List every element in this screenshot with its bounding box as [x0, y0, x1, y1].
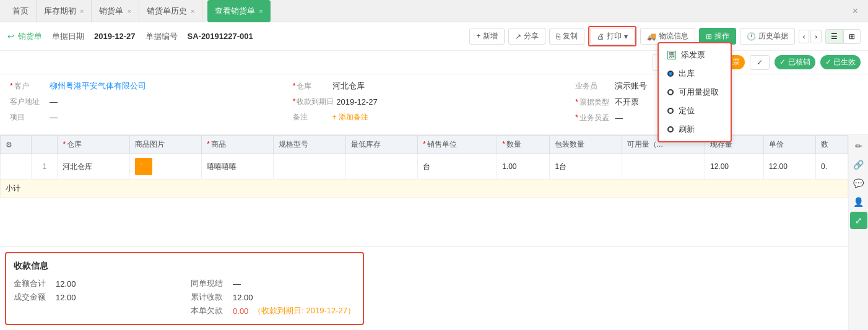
- col-min-stock: 最低库存: [345, 136, 417, 154]
- tab-close-sales[interactable]: ×: [127, 7, 131, 15]
- address-value: —: [50, 97, 58, 106]
- already-effect-badge: ✓ 已生效: [820, 55, 861, 69]
- col-spec: 规格型号: [274, 136, 345, 154]
- same-order-value: —: [233, 279, 241, 289]
- salesperson2-label: 业务员孟: [575, 113, 612, 123]
- cell-img: 🟧: [129, 154, 201, 180]
- tab-sales-history[interactable]: 销货单历史 ×: [139, 0, 202, 22]
- next-button[interactable]: ›: [810, 30, 822, 43]
- total-amount-label: 金额合计: [14, 278, 51, 289]
- cell-rownum: 1: [32, 154, 58, 180]
- print-button[interactable]: 🖨 打印 ▾: [590, 28, 635, 45]
- dropdown-locate[interactable]: 定位: [659, 102, 731, 120]
- prev-button[interactable]: ‹: [799, 30, 810, 43]
- history-button[interactable]: 🕐 历史单据: [740, 28, 795, 45]
- content-area: ⚙ 仓库 商品图片 商品 规格型号 最低库存 销售单位 数量 包装数量 可用量（…: [0, 135, 868, 330]
- col-warehouse: 仓库: [58, 136, 129, 154]
- cell-more: 0.: [815, 154, 848, 180]
- customer-value[interactable]: 柳州粤港平安气体有限公司: [50, 80, 146, 92]
- table-row: 1 河北仓库 🟧 嘻嘻嘻嘻 台 1.00 1台: [1, 154, 848, 180]
- print-dropdown-arrow: ▾: [624, 32, 628, 41]
- col-rownum: [32, 136, 58, 154]
- col-product: 商品: [202, 136, 274, 154]
- outbound-dot-icon: [667, 71, 674, 77]
- refresh-dot-icon: [667, 126, 674, 132]
- logistics-icon: 🚚: [647, 32, 656, 41]
- project-row: 项目 —: [10, 112, 293, 123]
- cell-min-stock: [345, 154, 417, 180]
- tab-close-inventory[interactable]: ×: [80, 7, 84, 15]
- due-date-row: 收款到期日 2019-12-27: [293, 97, 576, 107]
- cell-pack-qty: 1台: [550, 154, 622, 180]
- tab-inventory-init[interactable]: 库存期初 ×: [37, 0, 92, 22]
- tab-close-view-sales[interactable]: ×: [259, 7, 263, 15]
- current-due-label: 本单欠款: [191, 305, 228, 316]
- locate-dot-icon: [667, 108, 674, 114]
- product-image: 🟧: [135, 158, 152, 175]
- warehouse-value: 河北仓库: [332, 80, 365, 92]
- print-icon: 🖨: [597, 32, 604, 41]
- total-amount-value: 12.00: [56, 279, 76, 289]
- project-label: 项目: [10, 112, 47, 123]
- doc-toolbar2: 📱 来自手机 未开票 ✓ ✓ 已核销 ✓ 已生效: [0, 51, 868, 74]
- doc-meta: 单据日期 2019-12-27 单据编号 SA-20191227-001: [52, 31, 253, 42]
- dropdown-available-qty[interactable]: 可用量提取: [659, 83, 731, 102]
- customer-label: 客户: [10, 81, 47, 92]
- project-value: —: [50, 113, 58, 122]
- due-date-label: 收款到期日: [293, 97, 334, 107]
- address-label: 客户地址: [10, 97, 47, 107]
- note-label: 备注: [293, 112, 330, 123]
- tab-sales-order[interactable]: 销货单 ×: [92, 0, 139, 22]
- tab-close-history[interactable]: ×: [191, 7, 194, 15]
- col-gear[interactable]: ⚙: [1, 136, 32, 154]
- date-value: 2019-12-27: [94, 32, 136, 41]
- date-label: 单据日期: [52, 31, 84, 42]
- number-value: SA-20191227-001: [188, 32, 253, 41]
- add-note-button[interactable]: + 添加备注: [332, 112, 368, 123]
- user-icon[interactable]: 👤: [850, 193, 867, 211]
- view-grid-button[interactable]: ⊞: [843, 29, 861, 44]
- copy-button[interactable]: ⎘ 复制: [549, 28, 584, 45]
- cumulative-row: 累计收款 12.00: [191, 292, 355, 303]
- transaction-row: 成交金额 12.00: [14, 292, 178, 303]
- tab-home[interactable]: 首页: [5, 0, 37, 22]
- dropdown-outbound[interactable]: 出库: [659, 64, 731, 83]
- expand-icon[interactable]: ⤢: [850, 212, 867, 229]
- salesperson2-value: —: [615, 113, 623, 123]
- new-button[interactable]: + 新增: [469, 28, 504, 45]
- window-close-button[interactable]: ×: [848, 6, 863, 17]
- edit-icon[interactable]: ✏: [850, 137, 867, 155]
- cumulative-value: 12.00: [233, 293, 253, 302]
- same-order-label: 同单现结: [191, 278, 228, 289]
- warehouse-row: 仓库 河北仓库: [293, 80, 576, 92]
- form-col-2: 仓库 河北仓库 收款到期日 2019-12-27 备注 + 添加备注: [293, 80, 576, 128]
- share-button[interactable]: ↗ 分享: [508, 28, 545, 45]
- chat-icon[interactable]: 💬: [850, 175, 867, 192]
- table-and-payment: ⚙ 仓库 商品图片 商品 规格型号 最低库存 销售单位 数量 包装数量 可用量（…: [0, 135, 848, 330]
- cell-sales-unit: 台: [417, 154, 497, 180]
- already-voided-badge: ✓ 已核销: [775, 55, 815, 69]
- table-container[interactable]: ⚙ 仓库 商品图片 商品 规格型号 最低库存 销售单位 数量 包装数量 可用量（…: [0, 135, 848, 246]
- cell-product: 嘻嘻嘻嘻: [202, 154, 274, 180]
- col-pack-qty: 包装数量: [550, 136, 622, 154]
- check-button[interactable]: ✓: [750, 55, 770, 70]
- form-section: 客户 柳州粤港平安气体有限公司 客户地址 — 项目 — 仓库 河北仓库 收款到期…: [0, 74, 868, 135]
- current-due-row: 本单欠款 0.00 （收款到期日: 2019-12-27）: [191, 305, 355, 316]
- subtotal-label: 小计: [1, 180, 848, 198]
- col-unit-price: 单价: [763, 136, 815, 154]
- view-toggle: ☰ ⊞: [825, 29, 861, 44]
- salesperson-value: 演示账号: [615, 80, 647, 92]
- dropdown-refresh[interactable]: 刷新: [659, 120, 731, 139]
- cell-current-stock: 12.00: [705, 154, 764, 180]
- view-list-button[interactable]: ☰: [825, 29, 843, 44]
- link-icon[interactable]: 🔗: [850, 156, 867, 173]
- same-order-row: 同单现结 —: [191, 278, 355, 289]
- customer-row: 客户 柳州粤港平安气体有限公司: [10, 80, 293, 92]
- main-content: ↩ 销货单 单据日期 2019-12-27 单据编号 SA-20191227-0…: [0, 22, 868, 330]
- doc-toolbar: ↩ 销货单 单据日期 2019-12-27 单据编号 SA-20191227-0…: [0, 22, 868, 51]
- tab-view-sales[interactable]: 查看销货单 ×: [207, 0, 270, 22]
- current-due-value: 0.00: [233, 306, 248, 316]
- dropdown-add-invoice[interactable]: 票 添发票: [659, 46, 731, 64]
- number-label: 单据编号: [145, 31, 178, 42]
- doc-title: ↩ 销货单: [7, 31, 42, 42]
